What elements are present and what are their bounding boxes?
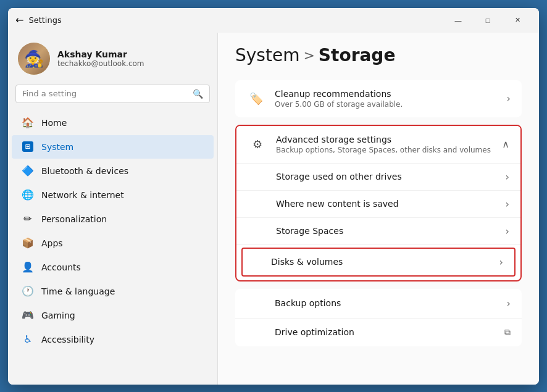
external-link-icon: ⧉ <box>504 327 511 338</box>
advanced-storage-group: ⚙️ Advanced storage settings Backup opti… <box>235 125 522 281</box>
cleanup-text: Cleanup recommendations Over 5.00 GB of … <box>275 89 507 109</box>
sidebar-item-personalization[interactable]: ✏️ Personalization <box>12 207 214 231</box>
storage-other-drives-label: Storage used on other drives <box>276 172 506 181</box>
breadcrumb: System > Storage <box>235 45 522 65</box>
cleanup-arrow: › <box>507 93 511 104</box>
new-content-saved-item[interactable]: Where new content is saved › <box>236 191 520 218</box>
search-box[interactable]: 🔍 <box>15 85 210 103</box>
user-info: Akshay Kumar techakko@outlook.com <box>57 49 144 68</box>
sidebar-item-time[interactable]: 🕐 Time & language <box>12 280 214 303</box>
sidebar-item-bluetooth[interactable]: 🔷 Bluetooth & devices <box>12 159 214 183</box>
main-layout: 🧙 Akshay Kumar techakko@outlook.com 🔍 🏠 … <box>8 33 539 385</box>
advanced-subtitle: Backup options, Storage Spaces, other di… <box>276 146 502 154</box>
cleanup-item[interactable]: 🏷️ Cleanup recommendations Over 5.00 GB … <box>235 80 522 117</box>
gaming-icon: 🎮 <box>22 309 34 322</box>
backup-title: Backup options <box>275 298 507 308</box>
sidebar-item-system[interactable]: ⊞ System <box>12 135 214 159</box>
storage-other-drives-arrow: › <box>506 171 509 183</box>
apps-icon: 📦 <box>22 237 34 249</box>
drive-opt-title: Drive optimization <box>275 327 504 337</box>
user-email: techakko@outlook.com <box>57 59 144 68</box>
breadcrumb-current: Storage <box>319 45 396 65</box>
sidebar-item-label: Accounts <box>41 262 81 272</box>
close-button[interactable]: ✕ <box>503 10 532 30</box>
minimize-button[interactable]: — <box>444 10 472 30</box>
storage-spaces-label: Storage Spaces <box>276 226 506 236</box>
search-input[interactable] <box>22 89 189 98</box>
drive-opt-text: Drive optimization <box>246 327 504 337</box>
disks-volumes-arrow: › <box>499 256 503 268</box>
nav-list: 🏠 Home ⊞ System 🔷 Bluetooth & devices 🌐 … <box>8 108 217 354</box>
drive-opt-item[interactable]: Drive optimization ⧉ <box>235 319 522 346</box>
accessibility-icon: ♿ <box>22 333 34 346</box>
storage-spaces-item[interactable]: Storage Spaces › <box>236 218 520 245</box>
cleanup-title: Cleanup recommendations <box>275 89 507 99</box>
maximize-button[interactable]: □ <box>474 10 502 30</box>
avatar: 🧙 <box>18 43 50 75</box>
title-bar-controls: — □ ✕ <box>444 10 532 30</box>
backup-item[interactable]: Backup options › <box>235 289 522 319</box>
sidebar-item-home[interactable]: 🏠 Home <box>12 111 214 135</box>
new-content-saved-label: Where new content is saved <box>276 199 506 209</box>
sidebar-item-label: Time & language <box>41 286 115 296</box>
back-icon[interactable]: ← <box>15 14 23 26</box>
sidebar-item-accessibility[interactable]: ♿ Accessibility <box>12 328 214 351</box>
sidebar-item-accounts[interactable]: 👤 Accounts <box>12 256 214 279</box>
sidebar-item-apps[interactable]: 📦 Apps <box>12 231 214 255</box>
avatar-image: 🧙 <box>18 43 50 75</box>
title-bar-left: ← Settings <box>15 14 62 26</box>
sidebar-item-label: Home <box>41 118 67 128</box>
bluetooth-icon: 🔷 <box>22 165 34 177</box>
accounts-icon: 👤 <box>22 261 34 273</box>
sidebar-item-gaming[interactable]: 🎮 Gaming <box>12 304 214 327</box>
home-icon: 🏠 <box>22 117 34 129</box>
backup-arrow: › <box>507 298 511 309</box>
sidebar-item-network[interactable]: 🌐 Network & internet <box>12 183 214 207</box>
backup-group: Backup options › Drive optimization ⧉ <box>235 289 522 346</box>
breadcrumb-separator: > <box>303 48 314 63</box>
advanced-collapse-icon: ∧ <box>502 138 509 150</box>
sidebar-item-label: Apps <box>41 238 63 248</box>
settings-window: ← Settings — □ ✕ 🧙 Akshay Kumar techakko… <box>8 8 539 385</box>
storage-other-drives-item[interactable]: Storage used on other drives › <box>236 164 520 191</box>
cleanup-icon: 🏷️ <box>246 89 266 109</box>
window-title: Settings <box>28 15 61 25</box>
breadcrumb-parent: System <box>235 45 299 65</box>
advanced-icon: ⚙️ <box>248 135 267 154</box>
cleanup-subtitle: Over 5.00 GB of storage available. <box>275 100 507 109</box>
sidebar-item-label: Gaming <box>41 311 75 320</box>
disks-volumes-label: Disks & volumes <box>271 257 499 267</box>
disks-volumes-item[interactable]: Disks & volumes › <box>243 249 514 275</box>
sidebar-item-label: Bluetooth & devices <box>41 166 128 176</box>
time-icon: 🕐 <box>22 285 34 298</box>
system-icon: ⊞ <box>22 141 34 153</box>
personalization-icon: ✏️ <box>22 213 34 225</box>
advanced-storage-header[interactable]: ⚙️ Advanced storage settings Backup opti… <box>236 126 520 164</box>
title-bar: ← Settings — □ ✕ <box>8 8 539 33</box>
sidebar-item-label: System <box>41 142 73 152</box>
network-icon: 🌐 <box>22 189 34 201</box>
cleanup-group: 🏷️ Cleanup recommendations Over 5.00 GB … <box>235 80 522 117</box>
sidebar-item-label: Accessibility <box>41 335 94 344</box>
disks-volumes-highlight: Disks & volumes › <box>241 248 516 277</box>
storage-spaces-arrow: › <box>506 225 509 237</box>
user-name: Akshay Kumar <box>57 49 144 59</box>
main-content: System > Storage 🏷️ Cleanup recommendati… <box>218 33 539 385</box>
new-content-saved-arrow: › <box>506 198 509 210</box>
sidebar: 🧙 Akshay Kumar techakko@outlook.com 🔍 🏠 … <box>8 33 218 385</box>
sidebar-item-label: Personalization <box>41 214 107 224</box>
advanced-title: Advanced storage settings <box>276 135 502 144</box>
backup-text: Backup options <box>246 298 507 308</box>
user-profile[interactable]: 🧙 Akshay Kumar techakko@outlook.com <box>8 33 217 82</box>
advanced-text: Advanced storage settings Backup options… <box>276 135 502 154</box>
search-icon: 🔍 <box>193 89 203 99</box>
sidebar-item-label: Network & internet <box>41 190 124 200</box>
